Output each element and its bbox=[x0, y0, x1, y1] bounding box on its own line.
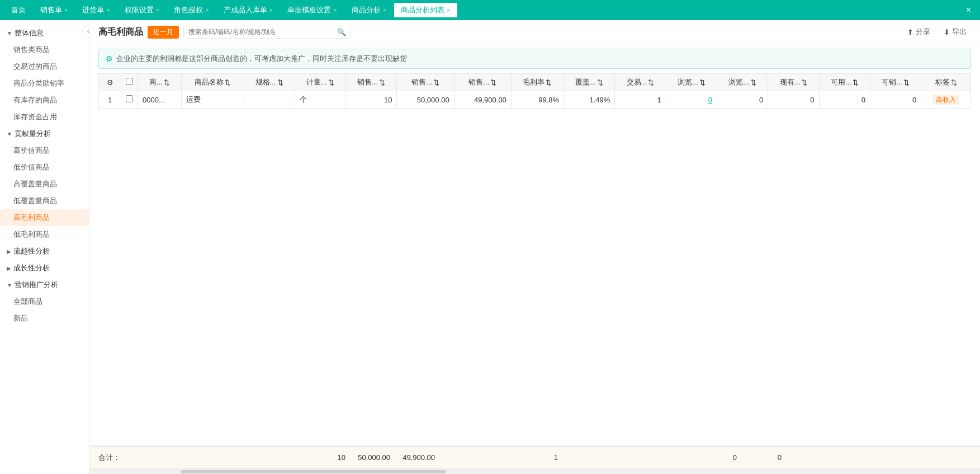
close-icon[interactable]: × bbox=[333, 7, 337, 13]
tab-purchase[interactable]: 进货单 × bbox=[75, 3, 116, 17]
sidebar-item-high-coverage[interactable]: 高覆盖量商品 bbox=[0, 176, 89, 193]
cell-sales-cost: 49,900.00 bbox=[454, 91, 511, 109]
tab-product-in[interactable]: 产成品入库单 × bbox=[217, 3, 280, 17]
tab-permission[interactable]: 权限设置 × bbox=[118, 3, 166, 17]
cell-gross-rate: 99.8% bbox=[511, 91, 564, 109]
footer-available: 0 bbox=[697, 451, 741, 464]
sidebar: « ▼ 整体信息 销售类商品 交易过的商品 商品分类助销率 有库存的商品 库存资… bbox=[0, 20, 89, 474]
sort-icon: ⇅ bbox=[164, 78, 170, 87]
footer-spacer bbox=[132, 451, 305, 464]
browse1-link[interactable]: 0 bbox=[708, 96, 712, 104]
col-header-sales-cost[interactable]: 销售... ⇅ bbox=[454, 74, 511, 91]
sort-icon: ⇅ bbox=[225, 78, 231, 87]
page-title: 高毛利商品 bbox=[98, 26, 143, 38]
settings-icon[interactable]: ⚙ bbox=[107, 78, 113, 87]
col-header-code[interactable]: 商... ⇅ bbox=[138, 74, 182, 91]
tab-sales[interactable]: 销售单 × bbox=[34, 3, 74, 17]
col-header-current[interactable]: 现有... ⇅ bbox=[768, 74, 819, 91]
close-icon[interactable]: × bbox=[156, 7, 159, 13]
sort-icon: ⇅ bbox=[328, 78, 334, 87]
share-button[interactable]: ⬆ 分享 bbox=[903, 25, 935, 39]
table-footer: 合计： 10 50,000.00 49,900.00 1 0 0 bbox=[89, 445, 980, 468]
sidebar-item-category-rate[interactable]: 商品分类助销率 bbox=[0, 75, 89, 92]
sidebar-group-overall[interactable]: ▼ 整体信息 bbox=[0, 25, 89, 41]
chevron-down-icon: ▼ bbox=[7, 282, 12, 288]
table-row: 1 0000... 运费 个 10 50,000.00 49,900.00 99… bbox=[99, 91, 971, 109]
sidebar-item-low-margin[interactable]: 低毛利商品 bbox=[0, 226, 89, 243]
col-header-check bbox=[121, 74, 138, 91]
row-checkbox[interactable] bbox=[126, 95, 133, 102]
col-header-num: ⚙ bbox=[99, 74, 121, 91]
col-header-available[interactable]: 可用... ⇅ bbox=[819, 74, 870, 91]
sidebar-item-high-margin[interactable]: 高毛利商品 bbox=[0, 209, 89, 226]
sort-icon: ⇅ bbox=[801, 78, 807, 87]
col-header-transaction[interactable]: 交易... ⇅ bbox=[615, 74, 666, 91]
close-icon[interactable]: × bbox=[64, 7, 68, 13]
col-header-gross-rate[interactable]: 毛利率 ⇅ bbox=[511, 74, 564, 91]
col-header-name[interactable]: 商品名称 ⇅ bbox=[181, 74, 244, 91]
tab-analysis-list[interactable]: 商品分析列表 × bbox=[394, 3, 457, 17]
sidebar-item-sales-goods[interactable]: 销售类商品 bbox=[0, 41, 89, 58]
col-header-browse2[interactable]: 浏览... ⇅ bbox=[717, 74, 768, 91]
footer-spacer3 bbox=[562, 451, 607, 464]
sidebar-item-low-value[interactable]: 低价值商品 bbox=[0, 159, 89, 176]
col-header-unit[interactable]: 计量... ⇅ bbox=[295, 74, 345, 91]
tab-role[interactable]: 角色授权 × bbox=[167, 3, 215, 17]
cell-browse1: 0 bbox=[666, 91, 717, 109]
sidebar-item-new-goods[interactable]: 新品 bbox=[0, 310, 89, 327]
filter-recent-month-button[interactable]: 近一月 bbox=[148, 26, 179, 39]
sidebar-item-all-goods[interactable]: 全部商品 bbox=[0, 293, 89, 310]
sort-icon: ⇅ bbox=[699, 78, 706, 87]
header-actions: ⬆ 分享 ⬇ 导出 bbox=[903, 25, 971, 39]
sidebar-group-trend[interactable]: ▶ 流趋性分析 bbox=[0, 243, 89, 260]
close-icon[interactable]: × bbox=[205, 7, 209, 13]
cell-transaction: 1 bbox=[615, 91, 666, 109]
info-icon: ⚙ bbox=[106, 54, 113, 63]
share-icon: ⬆ bbox=[907, 28, 913, 36]
col-header-spec[interactable]: 规格... ⇅ bbox=[244, 74, 295, 91]
col-header-browse1[interactable]: 浏览... ⇅ bbox=[666, 74, 717, 91]
export-button[interactable]: ⬇ 导出 bbox=[939, 25, 971, 39]
col-header-coverage[interactable]: 覆盖... ⇅ bbox=[564, 74, 615, 91]
close-icon[interactable]: × bbox=[269, 7, 273, 13]
sidebar-item-low-coverage[interactable]: 低覆盖量商品 bbox=[0, 193, 89, 209]
info-banner: ⚙ 企业的主要的利润都是这部分商品创造的，可考虑加大推广，同时关注库存是不要出现… bbox=[98, 49, 971, 69]
tab-template[interactable]: 单据模板设置 × bbox=[281, 3, 343, 17]
sidebar-group-contribution[interactable]: ▼ 贡献量分析 bbox=[0, 125, 89, 142]
search-input[interactable] bbox=[188, 28, 335, 36]
window-close-button[interactable]: × bbox=[962, 3, 976, 17]
sidebar-item-traded-goods[interactable]: 交易过的商品 bbox=[0, 58, 89, 75]
sort-icon: ⇅ bbox=[853, 78, 859, 87]
cell-tag: 高收入 bbox=[921, 91, 971, 109]
sidebar-group-marketing[interactable]: ▼ 营销推广分析 bbox=[0, 276, 89, 293]
tab-analysis[interactable]: 商品分析 × bbox=[345, 3, 393, 17]
sort-icon: ⇅ bbox=[951, 78, 957, 87]
sidebar-item-high-value[interactable]: 高价值商品 bbox=[0, 142, 89, 159]
cell-num: 1 bbox=[99, 91, 121, 109]
close-icon[interactable]: × bbox=[447, 7, 450, 13]
cell-spec bbox=[244, 91, 295, 109]
select-all-checkbox[interactable] bbox=[126, 78, 133, 85]
sidebar-item-stock-capital[interactable]: 库存资金占用 bbox=[0, 109, 89, 125]
table-header-row: ⚙ 商... ⇅ 商品名称 bbox=[99, 74, 971, 91]
cell-browse2: 0 bbox=[717, 91, 768, 109]
close-icon[interactable]: × bbox=[106, 7, 110, 13]
col-header-tag[interactable]: 标签 ⇅ bbox=[921, 74, 971, 91]
sidebar-item-in-stock[interactable]: 有库存的商品 bbox=[0, 92, 89, 109]
tab-home[interactable]: 首页 bbox=[4, 3, 32, 17]
search-icon[interactable]: 🔍 bbox=[337, 28, 346, 36]
col-header-sellable[interactable]: 可销... ⇅ bbox=[870, 74, 921, 91]
chevron-right-icon: ▶ bbox=[7, 265, 11, 271]
sort-icon: ⇅ bbox=[546, 78, 552, 87]
scrollbar-thumb[interactable] bbox=[181, 470, 447, 473]
col-header-sales-qty[interactable]: 销售... ⇅ bbox=[346, 74, 397, 91]
top-nav: 首页 销售单 × 进货单 × 权限设置 × 角色授权 × 产成品入库单 × 单据… bbox=[0, 0, 980, 20]
footer-sellable: 0 bbox=[741, 451, 786, 464]
sidebar-group-growth[interactable]: ▶ 成长性分析 bbox=[0, 260, 89, 276]
bottom-scrollbar[interactable] bbox=[89, 468, 980, 474]
cell-code: 0000... bbox=[138, 91, 182, 109]
col-header-sales-amt[interactable]: 销售... ⇅ bbox=[397, 74, 454, 91]
sort-icon: ⇅ bbox=[277, 78, 283, 87]
close-icon[interactable]: × bbox=[383, 7, 386, 13]
sort-icon: ⇅ bbox=[903, 78, 910, 87]
